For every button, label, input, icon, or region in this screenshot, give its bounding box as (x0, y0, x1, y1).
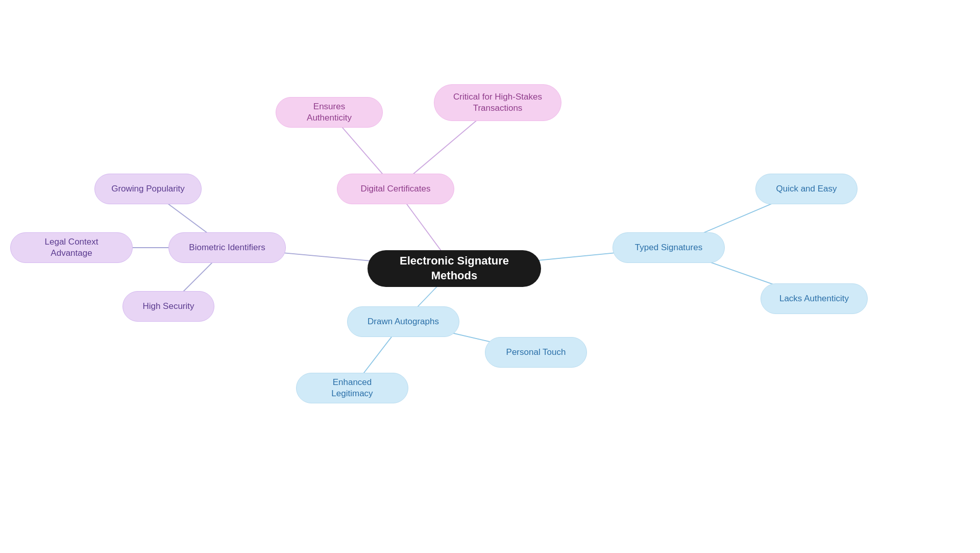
mindmap-node-quick_easy[interactable]: Quick and Easy (755, 174, 857, 204)
mindmap-node-personal_touch[interactable]: Personal Touch (485, 337, 587, 368)
mindmap-node-ensures_authenticity[interactable]: Ensures Authenticity (276, 97, 383, 128)
mindmap-node-critical_transactions[interactable]: Critical for High-Stakes Transactions (434, 84, 561, 121)
mindmap-node-lacks_authenticity[interactable]: Lacks Authenticity (761, 283, 868, 314)
mindmap-node-growing_popularity[interactable]: Growing Popularity (94, 174, 202, 204)
mindmap-node-center[interactable]: Electronic Signature Methods (368, 250, 541, 287)
mindmap-node-high_security[interactable]: High Security (122, 291, 214, 322)
mindmap-node-biometric_identifiers[interactable]: Biometric Identifiers (168, 232, 286, 263)
mindmap-node-digital_certificates[interactable]: Digital Certificates (337, 174, 454, 204)
mindmap-node-typed_signatures[interactable]: Typed Signatures (612, 232, 725, 263)
mindmap-node-enhanced_legitimacy[interactable]: Enhanced Legitimacy (296, 373, 408, 403)
mindmap-node-drawn_autographs[interactable]: Drawn Autographs (347, 306, 459, 337)
mindmap-node-legal_context[interactable]: Legal Context Advantage (10, 232, 133, 263)
